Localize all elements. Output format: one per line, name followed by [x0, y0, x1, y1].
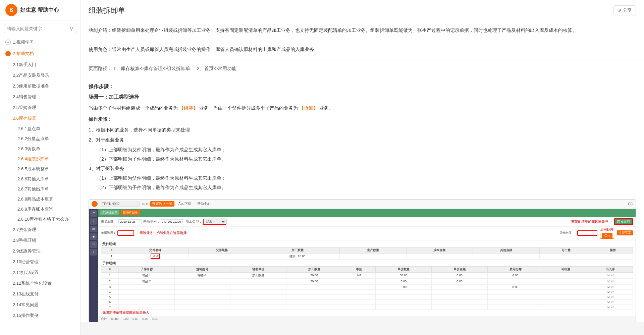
- child-row-6: 6☑ ☑: [101, 299, 633, 304]
- child-row-1: 1 精品 1 蝴蝶-4. 加工数量 30.00 141 30.00: [101, 272, 633, 278]
- app-title: 好生意 帮助中心: [20, 7, 59, 14]
- sidebar-item-faq[interactable]: 2.14常见问题: [0, 299, 80, 310]
- share-icon: ⇗: [618, 8, 622, 13]
- page-title: 组装拆卸单: [89, 5, 125, 15]
- screenshot-child-title: 子件明细: [100, 260, 634, 266]
- sidebar-item-other-outbound[interactable]: 2.6.7其他出库单: [0, 184, 80, 194]
- sidebar-item-cases[interactable]: 2.15操作案例: [0, 310, 80, 321]
- ops-steps-label: 操作步骤：: [80, 115, 644, 125]
- screenshot-nav-help: 帮助中心: [195, 201, 213, 207]
- col-parent-action: 操作: [593, 247, 633, 253]
- intro-block-2: 使用角色：通常由生产人员或库管人员完成拆装业务的操作，库管人员确认原材料的出库和…: [80, 40, 644, 59]
- screenshot-parent-table-wrap: # 父件名称 父件规格 加工数量 生产数量 成本金额 其他金额: [100, 247, 634, 260]
- screenshot-logo: [92, 201, 98, 207]
- sidebar-item-ledger-error[interactable]: 2.6.10库存账本错了怎么办: [0, 214, 80, 224]
- step-2-1: （1）上部明细为父件明细，最终作为产成品生成其它入库单；: [89, 145, 636, 155]
- col-child-avail: 可出量: [543, 266, 588, 272]
- search-box[interactable]: ⚲: [4, 24, 76, 33]
- search-input[interactable]: [7, 26, 70, 31]
- sidebar-item-cost-adjust[interactable]: 2.6.5成本调整单: [0, 164, 80, 174]
- screenshot-area: TEST-H002 ⚙ ↻ 预置数据一览 App下载 帮助中心 CC: [89, 199, 636, 322]
- col-child-num: #: [101, 266, 119, 272]
- screenshot-parent-table: # 父件名称 父件规格 加工数量 生产数量 成本金额 其他金额: [101, 247, 633, 260]
- sidebar-item-video-learning[interactable]: + 1.视频学习: [0, 37, 80, 48]
- content-body: 功能介绍：组装拆卸单用来处理企业组装或拆卸等加工业务，支持有固定装配清单的产品加…: [80, 21, 644, 322]
- form-type-select[interactable]: 组装 拆卸: [203, 219, 226, 225]
- sidebar-item-ledger-query[interactable]: 2.6.9库存账本查询: [0, 204, 80, 214]
- highlight-disassemble: 【拆卸】: [299, 105, 318, 111]
- col-child-unit-qty: 单价数量: [376, 266, 432, 272]
- form-date-input[interactable]: [118, 219, 142, 224]
- intro-text-1: 功能介绍：组装拆卸单用来处理企业组装或拆卸等加工业务，支持有固定装配清单的产品加…: [89, 27, 577, 33]
- sidebar-item-purchase[interactable]: 2.5采购管理: [0, 102, 80, 113]
- screenshot-form-row2: 单据选择： 组装业务、拆卸业务在这里选择 货物仓库：: [98, 227, 636, 240]
- sidebar-item-data-prep[interactable]: 2.3使用前数据准备: [0, 81, 80, 92]
- screenshot-user: CC: [628, 202, 633, 206]
- sidebar-item-other-inbound[interactable]: 2.6.6其他入库单: [0, 174, 80, 184]
- annotation-no-bom: 无固定清单可在底部在这里录入: [100, 310, 634, 316]
- screenshot-form-wrapper: 来源日期： 来源单号：: [98, 217, 636, 240]
- app-logo: 6: [5, 4, 17, 16]
- col-child-name: 子件名称: [118, 266, 174, 272]
- left-icon-2: ＋: [90, 218, 97, 225]
- screenshot-upper-section: 父件明细 # 父件名称 父件规格: [98, 240, 636, 260]
- sidebar-item-install-login[interactable]: 2.2产品安装及登录: [0, 70, 80, 81]
- sidebar-item-system-settings[interactable]: 2.12系统个性化设置: [0, 278, 80, 289]
- left-icon-4: ◉: [90, 233, 97, 240]
- col-child-unit-amt: 单价金额: [432, 266, 488, 272]
- sidebar-item-inventory[interactable]: 2.6库存核算: [0, 113, 80, 124]
- search-icon[interactable]: ⚲: [70, 26, 73, 31]
- screenshot-toolbar: 新增拆卸单 新增拆卸单: [98, 209, 636, 217]
- sidebar-item-online-pay[interactable]: 2.13在线支付: [0, 289, 80, 299]
- col-parent-other: 其他金额: [473, 247, 540, 253]
- screenshot-refresh-icons: ⚙ ↻: [142, 202, 148, 206]
- sidebar-item-beginner[interactable]: 2.1新手入门: [0, 59, 80, 70]
- expand-icon: +: [5, 40, 11, 45]
- form-doc-select[interactable]: [117, 230, 134, 236]
- path-text-1: 1、库存核算->库存管理->组装拆卸单: [113, 66, 190, 71]
- sidebar-item-print[interactable]: 2.11打印设置: [0, 267, 80, 278]
- sidebar-item-assembly-disassembly[interactable]: 2.6.4组装拆卸单: [0, 154, 80, 164]
- form-warehouse[interactable]: [577, 230, 597, 236]
- sidebar-item-sales[interactable]: 2.4销售管理: [0, 92, 80, 102]
- sidebar-item-partial-check[interactable]: 2.6.2分量盘点单: [0, 134, 80, 144]
- sidebar-item-management[interactable]: 2.10经营管理: [0, 257, 80, 267]
- col-parent-name: 父件名称: [122, 247, 189, 253]
- sidebar-item-cost-recalc[interactable]: 2.6.8商品成本重算: [0, 194, 80, 204]
- screenshot-tab-add2: 新增拆卸单: [121, 210, 140, 215]
- share-button[interactable]: ⇗ 分享: [613, 5, 636, 15]
- form-group-date: 来源日期：: [101, 218, 142, 225]
- col-child-proc-qty: 加工数量: [286, 266, 342, 272]
- screenshot-form-select-group: 单据选择：: [101, 230, 134, 236]
- screenshot-topbar: TEST-H002 ⚙ ↻ 预置数据一览 App下载 帮助中心 CC: [89, 200, 636, 209]
- sidebar-header: 6 好生意 帮助中心: [0, 0, 80, 20]
- sidebar-item-stock-check[interactable]: 2.6.1盘点单: [0, 124, 80, 134]
- child-row-3: 30.000.00☑ ☑: [101, 284, 633, 289]
- sidebar-item-transfer[interactable]: 2.6.3调拨单: [0, 144, 80, 154]
- left-icon-1: ☰: [90, 210, 97, 217]
- annotation-clearance: 有装配清单的在这里处理 → 选择此料: [228, 218, 633, 225]
- step-list: 1、根据不同的业务，选择不同单据的类型来处理 2、对于组装业务 （1）上部明细为…: [80, 125, 644, 195]
- sidebar-item-mobile[interactable]: 2.8手机旺铺: [0, 235, 80, 246]
- screenshot-nav-app: App下载: [176, 201, 193, 207]
- screenshot-save-btn: 立即完工: [617, 230, 633, 235]
- sidebar-item-finance[interactable]: 2.7资金管理: [0, 224, 80, 235]
- scene1-desc: 当由多个子件材料组装成一个成品的业务为 【组装】 业务，当由一个父件拆分成多个子…: [80, 103, 644, 115]
- screenshot-body: ☰ ＋ ▤ ◉ □ ↕ 新增拆卸单 新: [89, 209, 636, 322]
- child-row-2: 2 精品 2 30.00 0.00: [101, 278, 633, 284]
- col-child-alloc: 费用分摊: [487, 266, 543, 272]
- sidebar-item-coupon[interactable]: 2.9优惠券管理: [0, 246, 80, 257]
- left-icon-5: □: [90, 241, 97, 248]
- screenshot-content: 新增拆卸单 新增拆卸单 来源日期：: [98, 209, 636, 322]
- step-2-2: （2）下部明细为子件明细，最终作为原材料生成其它出库单。: [89, 155, 636, 164]
- form-code-input[interactable]: [161, 219, 184, 224]
- sidebar-item-help-docs[interactable]: − 2.帮助文档: [0, 48, 80, 59]
- screenshot-child-table-wrap: # 子件名称 规格型号 辅助单位 加工数量 单位 单价数量: [100, 266, 634, 310]
- intro-text-2: 使用角色：通常由生产人员或库管人员完成拆装业务的操作，库管人员确认原材料的出库和…: [89, 47, 314, 52]
- screenshot-address: TEST-H002: [100, 202, 140, 207]
- main-panel: 组装拆卸单 ⇗ 分享 功能介绍：组装拆卸单用来处理企业组装或拆卸等加工业务，支持…: [80, 0, 644, 335]
- step-2: 2、对于组装业务: [89, 135, 636, 145]
- col-child-unit: 单位: [342, 266, 376, 272]
- step-3-1: （1）上部明细为父件明细，最终作为原材料生成其它出库单；: [89, 174, 636, 183]
- path-text-2: 2、首页->常用功能: [197, 66, 237, 71]
